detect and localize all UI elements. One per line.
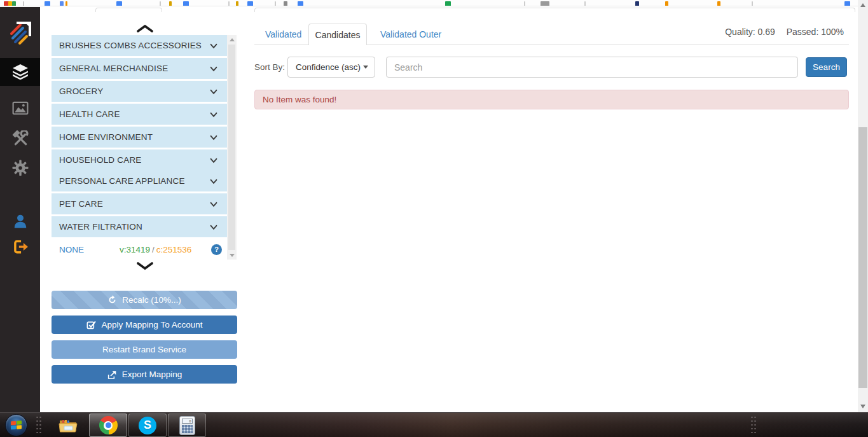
category-row[interactable]: HOUSEHOLD CARE — [52, 149, 227, 170]
scrollbar-up-arrow[interactable] — [860, 3, 865, 7]
bookmark-favicon[interactable] — [445, 1, 451, 6]
candidates-count: c:251536 — [156, 245, 192, 254]
windows-logo-icon — [10, 420, 22, 431]
sidebar-item-mapping[interactable] — [0, 58, 40, 86]
bookmark-favicon[interactable] — [65, 1, 67, 6]
restart-brand-service-button[interactable]: Restart Brand Service — [52, 340, 237, 359]
chevron-down-icon — [209, 87, 219, 97]
layers-icon — [12, 64, 29, 80]
bookmark-favicon[interactable] — [298, 1, 303, 6]
bookmark-favicon[interactable] — [284, 1, 287, 6]
apply-mapping-button[interactable]: Apply Mapping To Account — [52, 316, 237, 334]
category-row[interactable]: HEALTH CARE — [52, 104, 227, 125]
taskbar-calculator[interactable]: 0 — [168, 413, 206, 437]
search-input[interactable] — [386, 57, 798, 78]
stats-readout: Quality: 0.69 Passed: 100% — [716, 27, 844, 37]
tab-validated[interactable]: Validated — [256, 24, 311, 45]
category-label: HOME ENVIRONMENT — [59, 132, 153, 142]
recalc-button[interactable]: Recalc (10%...) — [52, 291, 237, 309]
list-scroll-down-chevron[interactable] — [136, 262, 154, 270]
category-row[interactable]: WATER FILTRATION — [52, 216, 227, 237]
export-mapping-button[interactable]: Export Mapping — [52, 365, 237, 384]
bookmark-favicon[interactable] — [584, 1, 586, 6]
category-row[interactable]: BRUSHES COMBS ACCESSORIES — [52, 35, 227, 56]
browser-bookmarks-bar[interactable] — [0, 0, 868, 6]
category-row[interactable]: GROCERY — [52, 81, 227, 102]
restart-label: Restart Brand Service — [102, 345, 186, 354]
bookmark-favicon[interactable] — [524, 1, 525, 6]
taskbar-file-explorer[interactable] — [50, 413, 88, 437]
tray-grip — [750, 415, 757, 435]
bookmark-favicon[interactable] — [275, 1, 276, 6]
chrome-icon — [99, 416, 118, 434]
scrolled-content-top-edge — [254, 8, 855, 12]
category-label: BRUSHES COMBS ACCESSORIES — [59, 41, 202, 50]
category-label: HOUSEHOLD CARE — [59, 155, 142, 165]
tab-candidates[interactable]: Candidates — [308, 24, 367, 45]
none-label[interactable]: NONE — [59, 245, 84, 254]
app-sidebar — [0, 7, 40, 412]
bookmark-favicon[interactable] — [844, 1, 850, 6]
bookmark-favicon[interactable] — [236, 1, 238, 6]
taskbar-chrome[interactable] — [89, 413, 127, 437]
bookmark-favicon[interactable] — [45, 1, 50, 6]
chevron-down-icon — [209, 199, 219, 209]
image-icon — [12, 100, 29, 116]
sidebar-item-logout[interactable] — [0, 233, 40, 261]
scrollbar-down-arrow[interactable] — [860, 405, 865, 408]
scrollbar-up-arrow[interactable] — [227, 35, 237, 44]
bookmark-favicon[interactable] — [635, 1, 639, 6]
scrollbar-thumb[interactable] — [858, 127, 867, 388]
chevron-down-icon — [209, 176, 219, 186]
search-button[interactable]: Search — [806, 57, 847, 77]
category-label: GROCERY — [59, 87, 103, 96]
chevron-down-icon — [209, 64, 219, 74]
scrollbar-down-arrow[interactable] — [227, 251, 237, 260]
category-list-scrollbar[interactable] — [227, 35, 237, 260]
bookmark-favicon[interactable] — [183, 1, 189, 6]
category-row[interactable]: GENERAL MERCHANDISE — [52, 58, 227, 79]
bookmark-favicon[interactable] — [160, 1, 161, 6]
calculator-icon: 0 — [179, 416, 195, 435]
list-scroll-up-chevron[interactable] — [136, 24, 154, 32]
category-row[interactable]: HOME ENVIRONMENT — [52, 127, 227, 148]
recalc-label: Recalc (10%...) — [122, 295, 181, 305]
sidebar-item-account[interactable] — [0, 207, 40, 235]
validated-count: v:31419 — [120, 245, 150, 254]
bookmark-favicon[interactable] — [717, 1, 720, 6]
bookmark-favicon[interactable] — [23, 1, 24, 6]
sidebar-item-settings[interactable] — [0, 154, 40, 182]
app-logo[interactable] — [6, 20, 33, 46]
bookmark-favicon[interactable] — [169, 1, 172, 6]
tools-icon — [12, 130, 29, 147]
taskbar-skype[interactable]: S — [128, 413, 167, 437]
sidebar-item-tools[interactable] — [0, 125, 40, 153]
chevron-down-icon — [209, 222, 219, 232]
bookmark-favicon[interactable] — [665, 1, 668, 6]
count-separator: / — [150, 245, 156, 254]
none-category-row[interactable]: NONE v:31419/c:251536 ? — [52, 239, 227, 260]
sidebar-item-images[interactable] — [0, 94, 40, 122]
bookmark-favicon[interactable] — [116, 1, 122, 6]
bookmark-favicon[interactable] — [752, 1, 753, 6]
bookmark-favicon[interactable] — [541, 1, 549, 6]
export-icon — [107, 370, 117, 380]
browser-scrollbar[interactable] — [858, 0, 868, 412]
help-icon[interactable]: ? — [211, 244, 222, 255]
scrolled-panel-top-edge — [95, 8, 162, 12]
bookmark-favicon[interactable] — [60, 1, 64, 6]
category-row[interactable]: PET CARE — [52, 193, 227, 214]
start-button[interactable] — [5, 414, 27, 436]
chevron-down-icon — [363, 66, 368, 69]
category-row[interactable]: PERSONAL CARE APPLIANCE — [52, 169, 227, 191]
bookmark-favicon[interactable] — [247, 1, 253, 6]
apply-mapping-label: Apply Mapping To Account — [102, 320, 203, 329]
tab-validated-outer[interactable]: Validated Outer — [371, 24, 451, 45]
sort-select[interactable]: Confidence (asc) — [287, 57, 375, 78]
taskbar-grip — [36, 415, 43, 435]
bookmark-favicon[interactable] — [228, 1, 230, 6]
scrollbar-thumb[interactable] — [228, 45, 235, 250]
category-list: BRUSHES COMBS ACCESSORIES GENERAL MERCHA… — [52, 35, 227, 260]
skype-icon: S — [139, 417, 156, 434]
bookmark-favicon[interactable] — [12, 1, 16, 6]
